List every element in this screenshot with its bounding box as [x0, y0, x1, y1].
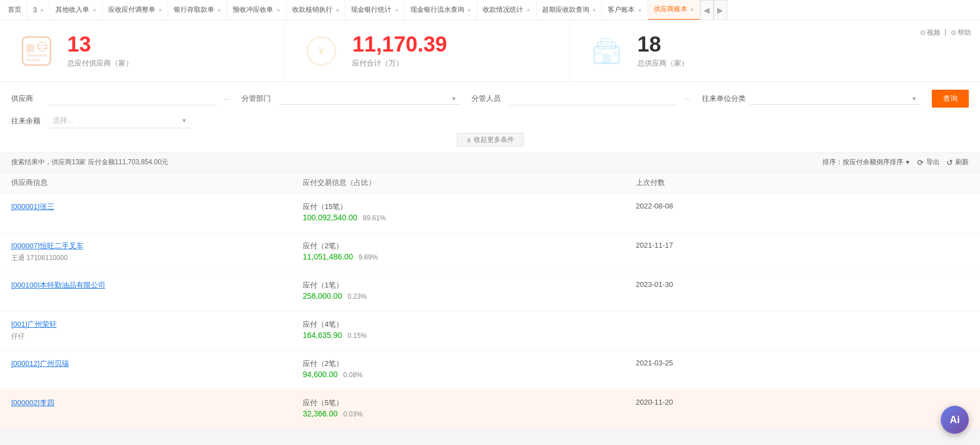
nav-tab-3[interactable]: 3 ×	[27, 0, 50, 20]
nav-tab-bank[interactable]: 银行存取款单 ×	[168, 0, 227, 20]
summary-card-total-suppliers: 18 总供应商（家） ⊙视频 | ⊙帮助	[570, 20, 980, 81]
trans-amount-1[interactable]: 100,092,540.00	[303, 213, 357, 222]
filter-person: 分管人员 ···	[471, 92, 691, 105]
balance-filter-label: 往来余额	[11, 116, 45, 126]
supplier-filter-input[interactable]	[49, 92, 217, 105]
transaction-info-2: 应付（2笔） 11,051,486.00 9.89%	[303, 241, 636, 261]
close-tab-other-income[interactable]: ×	[93, 7, 96, 13]
ai-assistant-button[interactable]: Ai	[941, 406, 969, 429]
supplier-filter-dots[interactable]: ···	[224, 94, 230, 103]
close-tab-supplier-ledger[interactable]: ×	[691, 6, 694, 13]
last-pay-6: 2020-11-20	[636, 398, 969, 406]
summary-card-payable-total: ¥ 11,170.39 应付合计（万）	[285, 20, 570, 81]
trans-row-4: 164,635.90 0.15%	[303, 331, 636, 340]
category-filter-select[interactable]: ▼	[750, 93, 921, 105]
transaction-info-4: 应付（4笔） 164,635.90 0.15%	[303, 319, 636, 340]
nav-tab-receipt-stat[interactable]: 收款情况统计 ×	[477, 0, 536, 20]
close-tab-3[interactable]: ×	[40, 7, 44, 13]
filter-row-2: 往来余额 选择... ▼	[11, 113, 969, 128]
nav-tab-overdue[interactable]: 超期应收款查询 ×	[537, 0, 602, 20]
transaction-info-5: 应付（2笔） 94,600.00 0.08%	[303, 359, 636, 379]
video-link[interactable]: ⊙视频	[920, 28, 940, 38]
nav-tab-supplier-ledger[interactable]: 供应商账本 ×	[648, 0, 700, 20]
svg-rect-12	[602, 54, 611, 63]
close-tab-cash-bank[interactable]: ×	[395, 7, 398, 13]
close-tab-customer-ledger[interactable]: ×	[638, 7, 641, 13]
nav-tab-collection[interactable]: 收款核销执行 ×	[286, 0, 345, 20]
summary-content-total-suppliers: 18 总供应商（家）	[637, 33, 688, 69]
summary-card-payable-suppliers: 13 总应付供应商（家）	[0, 20, 285, 81]
refresh-icon: ↺	[946, 158, 953, 167]
table-row: [000002]李四 应付（5笔） 32,366.00 0.03% 2020-1…	[0, 390, 980, 429]
table-row: [001]广州荣轩 仔仔 应付（4笔） 164,635.90 0.15%	[0, 312, 980, 351]
close-tab-receipt-stat[interactable]: ×	[526, 7, 530, 13]
filter-row-1: 供应商 ··· 分管部门 ▼ 分管人员 ··· 往来单位分类 ▼ 查询	[11, 90, 969, 108]
nav-tab-cash-bank[interactable]: 现金银行统计 ×	[345, 0, 404, 20]
close-tab-cash-flow[interactable]: ×	[468, 7, 471, 13]
supplier-link-1[interactable]: [000001]张三	[11, 202, 54, 211]
sort-dropdown[interactable]: 排序：按应付余额倒序排序 ▼	[822, 157, 910, 167]
col-header-transaction: 应付交易信息（占比）	[303, 178, 636, 188]
export-button[interactable]: ⟳ 导出	[917, 157, 940, 167]
total-suppliers-count: 18	[637, 33, 688, 57]
supplier-link-3[interactable]: [000100]本特勤油品有限公司	[11, 281, 105, 289]
close-tab-prepay[interactable]: ×	[276, 7, 280, 13]
svg-rect-10	[598, 42, 616, 49]
person-filter-dots[interactable]: ···	[684, 94, 691, 103]
trans-amount-4[interactable]: 164,635.90	[303, 331, 342, 340]
trans-label-2: 应付（2笔）	[303, 241, 636, 251]
svg-rect-3	[26, 59, 40, 61]
trans-label-1: 应付（15笔）	[303, 202, 636, 212]
supplier-link-2[interactable]: [000007]恒旺二手叉车	[11, 242, 84, 250]
trans-label-5: 应付（2笔）	[303, 359, 636, 369]
nav-tab-prepay[interactable]: 预收冲应收单 ×	[227, 0, 286, 20]
close-tab-collection[interactable]: ×	[336, 7, 339, 13]
supplier-filter-label: 供应商	[11, 94, 45, 104]
trans-amount-5[interactable]: 94,600.00	[303, 370, 338, 379]
svg-text:¥: ¥	[318, 45, 325, 57]
collapse-bar: ∧ 收起更多条件	[11, 133, 969, 147]
payable-total-icon: ¥	[302, 31, 341, 71]
query-button[interactable]: 查询	[932, 90, 969, 108]
results-bar: 搜索结果中，供应商13家 应付金额111,703,854.00元 排序：按应付余…	[0, 153, 980, 172]
supplier-link-4[interactable]: [001]广州荣轩	[11, 320, 57, 328]
close-tab-adjustment[interactable]: ×	[159, 7, 162, 13]
trans-row-2: 11,051,486.00 9.89%	[303, 252, 636, 261]
person-filter-input[interactable]	[510, 92, 677, 105]
supplier-info-3: [000100]本特勤油品有限公司	[11, 280, 303, 290]
payable-suppliers-icon	[17, 31, 56, 71]
nav-tab-customer-ledger[interactable]: 客户账本 ×	[602, 0, 648, 20]
refresh-button[interactable]: ↺ 刷新	[946, 157, 969, 167]
transaction-info-6: 应付（5笔） 32,366.00 0.03%	[303, 398, 636, 418]
balance-filter-select[interactable]: 选择... ▼	[49, 113, 191, 128]
nav-right-arrow[interactable]: ▶	[714, 0, 727, 20]
trans-amount-6[interactable]: 32,366.00	[303, 409, 338, 418]
dept-filter-select[interactable]: ▼	[280, 93, 461, 105]
close-tab-overdue[interactable]: ×	[593, 7, 596, 13]
trans-label-6: 应付（5笔）	[303, 398, 636, 408]
payable-total-label: 应付合计（万）	[352, 58, 447, 68]
trans-amount-3[interactable]: 258,000.00	[303, 291, 342, 300]
trans-row-1: 100,092,540.00 89.61%	[303, 213, 636, 222]
payable-suppliers-label: 总应付供应商（家）	[67, 58, 133, 68]
supplier-link-5[interactable]: [000012]广州贝瑞	[11, 359, 69, 368]
nav-tab-home[interactable]: 首页	[2, 0, 27, 20]
table-row: [000012]广州贝瑞 应付（2笔） 94,600.00 0.08% 2021…	[0, 351, 980, 390]
supplier-sub-2: 王通 17106110000	[11, 253, 303, 263]
nav-tab-adjustment[interactable]: 应收应付调整单 ×	[103, 0, 168, 20]
results-right: 排序：按应付余额倒序排序 ▼ ⟳ 导出 ↺ 刷新	[822, 157, 969, 167]
transaction-info-1: 应付（15笔） 100,092,540.00 89.61%	[303, 202, 636, 222]
collapse-button[interactable]: ∧ 收起更多条件	[457, 133, 524, 147]
col-header-last-pay: 上次付数	[636, 178, 969, 188]
supplier-link-6[interactable]: [000002]李四	[11, 398, 54, 407]
nav-tab-other-income[interactable]: 其他收入单 ×	[50, 0, 102, 20]
nav-tab-cash-flow[interactable]: 现金银行流水查询 ×	[405, 0, 477, 20]
table-row: [000100]本特勤油品有限公司 应付（1笔） 258,000.00 0.23…	[0, 272, 980, 312]
nav-left-arrow[interactable]: ◀	[700, 0, 714, 20]
close-tab-bank[interactable]: ×	[218, 7, 221, 13]
person-filter-label: 分管人员	[471, 94, 505, 104]
trans-amount-2[interactable]: 11,051,486.00	[303, 252, 353, 261]
last-pay-3: 2023-01-30	[636, 280, 969, 289]
help-link[interactable]: ⊙帮助	[951, 28, 971, 38]
category-filter-label: 往来单位分类	[702, 94, 746, 104]
